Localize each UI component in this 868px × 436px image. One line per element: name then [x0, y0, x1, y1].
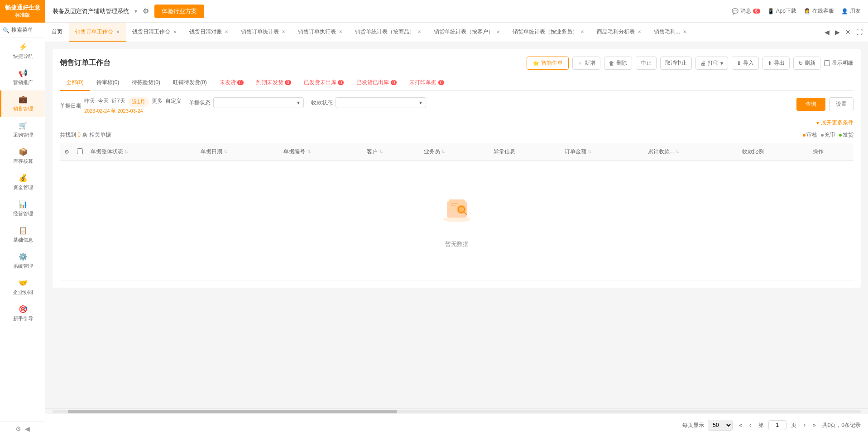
date-opt-yesterday[interactable]: 昨天: [84, 97, 95, 107]
app-download-button[interactable]: 📱 App下载: [767, 7, 796, 15]
tab-sales-exec[interactable]: 销售订单执行表 ✕: [292, 23, 349, 42]
tab-gross-profit[interactable]: 商品毛利分析表 ✕: [590, 23, 647, 42]
query-button[interactable]: 查询: [796, 98, 825, 111]
th-ratio: 收款比例: [739, 143, 809, 161]
filter-tab-not-printed[interactable]: 未打印单据 0: [403, 75, 451, 91]
sidebar-item-guide[interactable]: 🎯 新手引导: [0, 300, 45, 327]
sort-received-icon[interactable]: ⇅: [676, 149, 679, 154]
tab-close-icon[interactable]: ✕: [339, 29, 342, 34]
tab-close-icon[interactable]: ✕: [282, 29, 285, 34]
tab-close-icon[interactable]: ✕: [173, 29, 177, 34]
select-all-checkbox[interactable]: [77, 148, 83, 154]
show-detail-checkbox[interactable]: [824, 60, 830, 66]
page-actions: ⭐ 智能生单 ＋ 新增 🗑 删除 中止 取消中止: [527, 57, 854, 70]
sidebar-item-finance[interactable]: 💰 资金管理: [0, 169, 45, 195]
tab-close-icon[interactable]: ✕: [683, 29, 686, 34]
sort-staff-icon[interactable]: ⇅: [441, 149, 445, 154]
sort-amount-icon[interactable]: ⇅: [588, 149, 591, 154]
page-number-input[interactable]: [768, 420, 786, 430]
sidebar-item-sales[interactable]: 💼 销售管理: [0, 90, 45, 117]
tab-close-icon[interactable]: ✕: [225, 29, 228, 34]
unreviewed-action-btn[interactable]: 充审: [821, 131, 835, 139]
scroll-thumb[interactable]: [68, 410, 397, 413]
per-page-select[interactable]: 50 10 20 100: [708, 420, 733, 431]
page-next-icon[interactable]: ›: [801, 421, 808, 430]
tab-maximize-icon[interactable]: ⛶: [854, 28, 864, 37]
page-prev-icon[interactable]: ‹: [747, 421, 754, 430]
tab-cash-reconcile[interactable]: 钱货日清对账 ✕: [183, 23, 235, 42]
tab-sales-summary-staff[interactable]: 销货单统计表（按业务员） ✕: [506, 23, 590, 42]
show-detail-label[interactable]: 显示明细: [824, 59, 854, 67]
set-button[interactable]: 设置: [829, 97, 854, 111]
import-button[interactable]: ⬇ 导入: [732, 57, 759, 70]
filter-tab-shipped-out[interactable]: 已发货已出库 0: [350, 75, 403, 91]
tab-close-icon[interactable]: ✕: [638, 29, 641, 34]
filter-tab-pending-review[interactable]: 待审核(0): [90, 75, 126, 91]
column-setting-icon[interactable]: ⚙: [64, 149, 69, 155]
sidebar-item-system[interactable]: ⚙️ 系统管理: [0, 248, 45, 274]
expand-conditions-button[interactable]: ▾ 展开更多条件: [816, 119, 854, 127]
topbar-gear-icon[interactable]: ⚙: [143, 7, 149, 15]
tab-sales-stats[interactable]: 销售订单统计表 ✕: [235, 23, 292, 42]
tab-sales-summary-product[interactable]: 销货单统计表（按商品） ✕: [349, 23, 427, 42]
filter-tab-all[interactable]: 全部(0): [60, 75, 90, 91]
sidebar-item-cooperation[interactable]: 🤝 企业协同: [0, 274, 45, 300]
page-first-icon[interactable]: «: [736, 421, 745, 430]
filter-tab-wangpu[interactable]: 旺铺待发货(0): [167, 75, 213, 91]
tab-sales-more[interactable]: 销售毛利... ✕: [647, 23, 693, 42]
sidebar-item-marketing[interactable]: 📢 营销推广: [0, 64, 45, 90]
user-button[interactable]: 👤 用友: [841, 7, 861, 15]
sort-date-icon[interactable]: ⇅: [224, 149, 227, 154]
tab-home[interactable]: 首页: [45, 23, 69, 42]
sidebar-search[interactable]: 🔍 搜索菜单: [0, 23, 45, 38]
sort-number-icon[interactable]: ⇅: [307, 149, 311, 154]
tab-sales-summary-customer[interactable]: 销货单统计表（按客户） ✕: [427, 23, 506, 42]
review-action-btn[interactable]: 审核: [803, 131, 817, 139]
print-button[interactable]: 🖨 打印 ▾: [695, 57, 728, 70]
tab-prev-icon[interactable]: ◀: [823, 28, 831, 37]
filter-tab-shipped-not-out[interactable]: 已发货未出库 0: [297, 75, 350, 91]
sidebar-item-purchase[interactable]: 🛒 采购管理: [0, 117, 45, 143]
industry-solution-button[interactable]: 体验行业方案: [154, 5, 204, 18]
sort-customer-icon[interactable]: ⇅: [379, 149, 383, 154]
ship-action-btn[interactable]: 发货: [839, 131, 854, 139]
filter-tab-not-shipped[interactable]: 未发货 0: [213, 75, 250, 91]
tab-close-icon[interactable]: ✕: [116, 29, 120, 34]
tab-close-icon[interactable]: ✕: [417, 29, 421, 34]
horizontal-scroll-area[interactable]: [45, 408, 868, 414]
sidebar-item-inventory[interactable]: 📦 库存核算: [0, 143, 45, 169]
date-opt-7days[interactable]: 近7天: [111, 97, 125, 107]
sort-status-icon[interactable]: ⇅: [125, 149, 128, 154]
tab-cash-daily[interactable]: 钱货日清工作台 ✕: [126, 23, 183, 42]
filter-tab-pending-inspect[interactable]: 待拣验货(0): [125, 75, 167, 91]
payment-select[interactable]: ▾: [336, 97, 426, 108]
cancel-stop-button[interactable]: 取消中止: [660, 57, 692, 70]
date-opt-custom[interactable]: 自定义: [165, 97, 182, 107]
online-service-button[interactable]: 👩‍💼 在线客服: [804, 7, 834, 15]
date-opt-1month[interactable]: 近1月: [128, 97, 149, 107]
page-last-icon[interactable]: »: [810, 421, 819, 430]
tab-sales-workbench[interactable]: 销售订单工作台 ✕: [69, 23, 126, 42]
tab-close-icon[interactable]: ✕: [580, 29, 584, 34]
sidebar-item-quick-nav[interactable]: ⚡ 快捷导航: [0, 38, 45, 64]
settings-icon[interactable]: ⚙: [15, 425, 21, 432]
smart-create-button[interactable]: ⭐ 智能生单: [527, 57, 569, 70]
refresh-button[interactable]: ↻ 刷新: [793, 57, 820, 70]
delete-button[interactable]: 🗑 删除: [604, 57, 632, 70]
tab-next-icon[interactable]: ▶: [833, 28, 842, 37]
date-opt-more[interactable]: 更多: [152, 97, 163, 107]
status-select[interactable]: ▾: [213, 97, 304, 108]
message-button[interactable]: 💬 消息 6: [732, 7, 760, 15]
dropdown-icon[interactable]: ▾: [134, 8, 137, 14]
filter-tab-expired[interactable]: 到期未发货 0: [250, 75, 297, 91]
import-icon: ⬇: [737, 60, 741, 66]
stop-button[interactable]: 中止: [636, 57, 657, 70]
tab-close-icon[interactable]: ✕: [496, 29, 500, 34]
sidebar-item-basic[interactable]: 📋 基础信息: [0, 222, 45, 248]
add-button[interactable]: ＋ 新增: [572, 57, 600, 70]
collapse-icon[interactable]: ◀: [25, 425, 30, 432]
sidebar-item-operation[interactable]: 📊 经营管理: [0, 195, 45, 222]
date-opt-today[interactable]: 今天: [98, 97, 109, 107]
tab-close-all-icon[interactable]: ✕: [844, 28, 853, 37]
export-button[interactable]: ⬆ 导出: [762, 57, 790, 70]
